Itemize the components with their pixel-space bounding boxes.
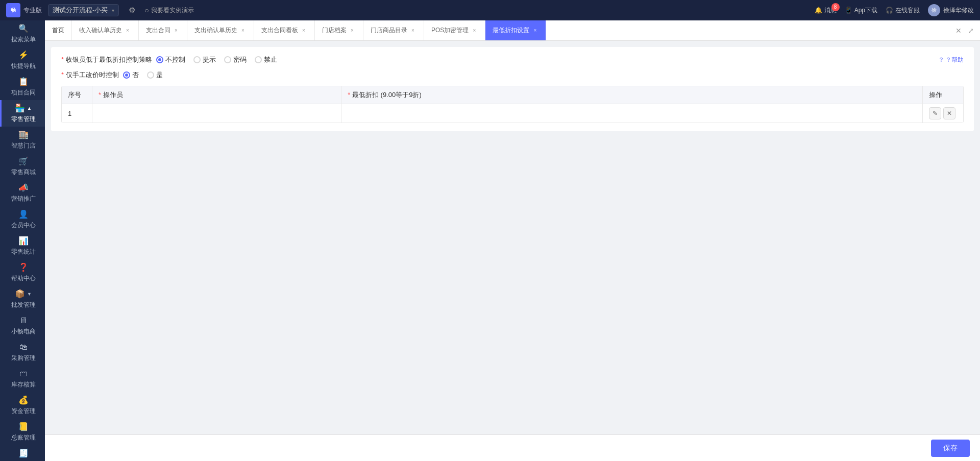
manual-price-radio-group: 否 是 <box>123 70 163 80</box>
footer-bar: 保存 <box>45 434 980 461</box>
sidebar-label-project: 项目合同 <box>11 88 36 97</box>
radio-password-label: 密码 <box>233 55 247 64</box>
tab-income-confirm[interactable]: 收入确认单历史 × <box>72 20 139 40</box>
finance-icon: 💰 <box>18 395 29 405</box>
tab-store-goods-close[interactable]: × <box>409 27 416 34</box>
tab-store-goods[interactable]: 门店商品目录 × <box>363 20 424 40</box>
sidebar-item-purchase[interactable]: 🛍 采购管理 <box>0 339 45 366</box>
sidebar-item-smart-store[interactable]: 🏬 智慧门店 <box>0 127 45 153</box>
tab-payment-contract-close[interactable]: × <box>173 27 180 34</box>
radio-manual-no-label: 否 <box>132 70 139 80</box>
sidebar-label-search: 搜索菜单 <box>11 35 36 44</box>
tab-pos-manage[interactable]: POS加密管理 × <box>424 20 485 40</box>
radio-password[interactable]: 密码 <box>224 55 247 64</box>
manual-price-label: 仅手工改价时控制 <box>61 70 119 80</box>
sidebar-label-ledger: 总账管理 <box>11 433 36 442</box>
sidebar-item-ledger[interactable]: 📒 总账管理 <box>0 419 45 445</box>
user-menu[interactable]: 徐 徐泽华修改 <box>928 4 974 16</box>
edit-row-button[interactable]: ✎ <box>929 107 941 119</box>
sidebar-item-retail-mall[interactable]: 🛒 零售商城 <box>0 153 45 180</box>
retail-stats-icon: 📊 <box>18 236 29 246</box>
sidebar-item-search[interactable]: 🔍 搜索菜单 <box>0 20 45 47</box>
tab-payment-confirm-close[interactable]: × <box>239 27 247 34</box>
sidebar-item-invoice[interactable]: 🧾 发票管理 <box>0 445 45 461</box>
demo-button[interactable]: ○ 我要看实例演示 <box>144 6 193 15</box>
sidebar-item-wholesale[interactable]: 📦 ▼ 批发管理 <box>0 286 45 312</box>
tab-pos-manage-close[interactable]: × <box>471 27 478 34</box>
help-icon: ❓ <box>18 262 29 272</box>
sidebar-label-marketing: 营销推广 <box>11 195 36 203</box>
search-icon: 🔍 <box>18 23 29 33</box>
sidebar-label-help: 帮助中心 <box>11 274 36 283</box>
smart-store-icon: 🏬 <box>18 130 29 139</box>
sidebar-item-ecommerce[interactable]: 🖥 小畅电商 <box>0 312 45 339</box>
sidebar-item-finance[interactable]: 💰 资金管理 <box>0 392 45 419</box>
sidebar-item-inventory[interactable]: 🗃 库存核算 <box>0 366 45 392</box>
tab-payment-confirm[interactable]: 支出确认单历史 × <box>187 20 254 40</box>
messages-button[interactable]: 🔔 消息 8 <box>815 6 837 15</box>
app-logo: 畅 专业版 <box>6 3 42 17</box>
tab-payment-contract[interactable]: 支出合同 × <box>139 20 187 40</box>
manual-price-row: 仅手工改价时控制 否 是 <box>61 70 964 80</box>
radio-no-control[interactable]: 不控制 <box>156 55 185 64</box>
close-tab-icon[interactable]: ✕ <box>953 26 964 36</box>
radio-hint-label: 提示 <box>203 55 216 64</box>
sidebar-item-retail[interactable]: 🏪 ▲ 零售管理 <box>0 100 45 127</box>
sidebar-label-smart-store: 智慧门店 <box>11 141 36 150</box>
col-operator: 操作员 <box>92 86 341 104</box>
settings-icon[interactable]: ⚙ <box>125 4 138 17</box>
tab-store-file[interactable]: 门店档案 × <box>315 20 363 40</box>
tab-store-file-close[interactable]: × <box>349 27 356 34</box>
radio-manual-yes[interactable]: 是 <box>147 70 163 80</box>
tab-store-file-label: 门店档案 <box>322 26 347 35</box>
tab-payment-board-close[interactable]: × <box>300 27 307 34</box>
radio-forbid[interactable]: 禁止 <box>255 55 277 64</box>
help-link[interactable]: ？ ？帮助 <box>938 56 964 64</box>
sidebar-item-marketing[interactable]: 📣 营销推广 <box>0 180 45 206</box>
ecommerce-icon: 🖥 <box>19 316 28 325</box>
tab-income-confirm-label: 收入确认单历史 <box>79 26 122 35</box>
radio-hint[interactable]: 提示 <box>193 55 216 64</box>
sidebar-item-help[interactable]: ❓ 帮助中心 <box>0 259 45 286</box>
sidebar-item-member[interactable]: 👤 会员中心 <box>0 206 45 233</box>
sidebar-item-project[interactable]: 📋 项目合同 <box>0 74 45 100</box>
tab-min-discount[interactable]: 最低折扣设置 × <box>485 20 546 40</box>
sidebar-label-finance: 资金管理 <box>11 407 36 416</box>
project-arrow-icon: ▾ <box>112 8 114 13</box>
cell-actions: ✎ ✕ <box>923 104 964 123</box>
maximize-icon[interactable]: ⤢ <box>966 26 976 36</box>
wholesale-icon: 📦 <box>15 289 25 299</box>
radio-manual-no[interactable]: 否 <box>123 70 139 80</box>
discount-table-wrapper: 序号 操作员 最低折扣 (9.00等于9折) 操作 1 <box>61 86 964 123</box>
project-selector[interactable]: 测试分开流程-小买 ▾ <box>48 4 119 16</box>
discount-strategy-radio-group: 不控制 提示 密码 禁止 <box>156 55 277 64</box>
project-icon: 📋 <box>18 77 29 86</box>
wholesale-arrow-icon: ▼ <box>27 292 32 297</box>
sidebar-item-quicknav[interactable]: ⚡ 快捷导航 <box>0 47 45 74</box>
tab-min-discount-close[interactable]: × <box>531 27 538 34</box>
radio-forbid-circle <box>255 56 262 63</box>
radio-manual-yes-circle <box>147 71 154 79</box>
app-download-button[interactable]: 📱 App下载 <box>845 6 877 15</box>
tabbar: 首页 收入确认单历史 × 支出合同 × 支出确认单历史 × 支出合同看板 × 门… <box>45 20 980 41</box>
tab-home[interactable]: 首页 <box>45 20 72 40</box>
save-button[interactable]: 保存 <box>931 440 970 457</box>
cell-operator <box>92 104 341 123</box>
tab-payment-board[interactable]: 支出合同看板 × <box>254 20 315 40</box>
sidebar-label-quicknav: 快捷导航 <box>11 62 36 70</box>
help-question-icon: ？ <box>938 56 944 64</box>
radio-hint-circle <box>193 56 201 63</box>
tab-pos-manage-label: POS加密管理 <box>431 26 469 35</box>
online-service-button[interactable]: 🎧 在线客服 <box>886 6 920 15</box>
tab-payment-board-label: 支出合同看板 <box>261 26 298 35</box>
delete-row-button[interactable]: ✕ <box>943 107 955 119</box>
radio-manual-no-circle <box>123 71 130 79</box>
user-name: 徐泽华修改 <box>943 6 974 15</box>
tab-home-label: 首页 <box>52 26 64 35</box>
retail-arrow-icon: ▲ <box>27 106 32 111</box>
tab-income-confirm-close[interactable]: × <box>124 27 131 34</box>
radio-forbid-label: 禁止 <box>264 55 277 64</box>
content-area: 首页 收入确认单历史 × 支出合同 × 支出确认单历史 × 支出合同看板 × 门… <box>45 20 980 461</box>
play-icon: ○ <box>144 6 149 14</box>
sidebar-item-retail-stats[interactable]: 📊 零售统计 <box>0 233 45 259</box>
